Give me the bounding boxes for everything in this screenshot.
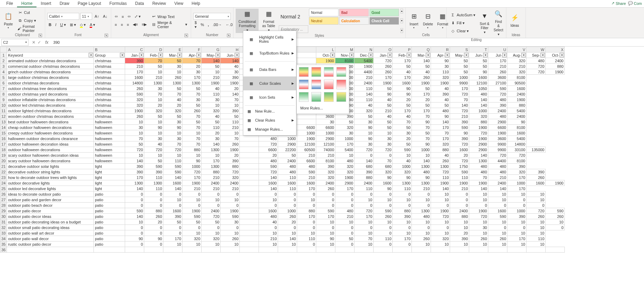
cell[interactable]: 0 <box>335 203 354 208</box>
cell[interactable]: 320 <box>507 69 527 75</box>
field-header[interactable]: Apr-18▾ <box>431 52 450 58</box>
cell[interactable]: 0 <box>125 191 144 197</box>
cell[interactable]: 140 <box>221 91 240 97</box>
cell[interactable]: 880 <box>354 175 374 180</box>
cell[interactable] <box>240 247 259 253</box>
cell[interactable]: christmas <box>94 69 125 75</box>
cell[interactable]: 20 <box>144 219 163 225</box>
cell[interactable]: 390 <box>125 164 144 169</box>
cell[interactable]: 170 <box>507 186 527 191</box>
cell[interactable]: 0 <box>163 225 182 230</box>
cell[interactable] <box>374 247 393 253</box>
cell[interactable]: decorative outdoor solar lights <box>7 164 94 169</box>
cell[interactable]: 210 <box>259 236 278 241</box>
col-header-Q[interactable]: Q <box>412 47 431 52</box>
cell[interactable]: halloween <box>94 136 125 141</box>
cell[interactable]: 260 <box>163 75 182 80</box>
cell[interactable]: 170 <box>412 108 431 114</box>
cell[interactable]: 0 <box>546 225 565 230</box>
cell[interactable]: 320 <box>202 108 221 114</box>
cell[interactable]: 50 <box>278 153 297 158</box>
cell[interactable]: outdoor led christmas decorations <box>7 103 94 108</box>
cell[interactable] <box>7 247 94 253</box>
cell[interactable]: outdoor lighted christmas decorations <box>7 108 94 114</box>
cell[interactable]: 140 <box>431 186 450 191</box>
clear-rules-item[interactable]: ▦Clear Rules▶ <box>243 116 296 125</box>
cell[interactable]: 110 <box>163 158 182 164</box>
col-header-A[interactable]: A <box>7 47 94 52</box>
cell[interactable]: 10 <box>335 153 354 158</box>
cell[interactable]: 170 <box>335 141 354 147</box>
cell[interactable]: 210 <box>202 75 221 80</box>
cell[interactable] <box>297 247 316 253</box>
cell[interactable]: 10 <box>125 153 144 158</box>
cell[interactable]: 140 <box>221 58 240 64</box>
cell[interactable]: 20 <box>450 153 469 158</box>
cell[interactable]: 40 <box>431 86 450 91</box>
field-header[interactable]: Mar-18▾ <box>412 52 431 58</box>
cell[interactable]: 1600 <box>125 75 144 80</box>
cell[interactable]: 0 <box>393 191 412 197</box>
cell[interactable]: 1900 <box>450 180 469 186</box>
cell[interactable]: 0 <box>125 225 144 230</box>
cell[interactable]: 20 <box>221 153 240 158</box>
cell[interactable]: 1900 <box>431 80 450 86</box>
cell[interactable]: 210 <box>182 186 202 191</box>
cell[interactable]: 0 <box>450 197 469 203</box>
cell[interactable]: 720 <box>125 147 144 153</box>
align-bottom-button[interactable]: ⬄ <box>126 14 132 19</box>
cell[interactable]: 10 <box>393 197 412 203</box>
filter-button[interactable]: ▾ <box>177 53 182 57</box>
cell[interactable]: 390 <box>125 58 144 64</box>
number-format-select[interactable]: General▾ <box>193 13 231 20</box>
cell[interactable]: 880 <box>393 208 412 214</box>
col-header-R[interactable]: R <box>431 47 450 52</box>
row-header-5[interactable]: 5 <box>0 75 7 80</box>
cell[interactable]: 10 <box>488 241 507 247</box>
cell[interactable]: 260 <box>182 108 202 114</box>
cell[interactable]: 90 <box>412 119 431 125</box>
comments-button[interactable]: 💬 Com <box>628 1 642 6</box>
cell[interactable]: 0 <box>316 191 335 197</box>
cell[interactable]: 720 <box>144 147 163 153</box>
cell[interactable]: 10 <box>354 219 374 225</box>
field-header[interactable]: Feb-18▾ <box>393 52 412 58</box>
cell[interactable]: 320 <box>393 169 412 175</box>
cell[interactable]: 0 <box>507 225 527 230</box>
cell[interactable]: 10 <box>374 130 393 136</box>
cell[interactable]: 10 <box>527 219 546 225</box>
cell[interactable]: 70 <box>182 136 202 141</box>
cell[interactable]: 210 <box>450 186 469 191</box>
cell[interactable]: 320 <box>125 103 144 108</box>
cell[interactable]: 140 <box>469 153 488 158</box>
cell[interactable]: 12100 <box>469 80 488 86</box>
cell[interactable]: 10 <box>202 103 221 108</box>
col-header-L[interactable]: L <box>316 47 335 52</box>
cell[interactable]: 720 <box>221 169 240 175</box>
cell[interactable]: 480 <box>431 108 450 114</box>
cell[interactable]: 90 <box>354 125 374 130</box>
field-header[interactable]: Oct-18▾ <box>546 52 565 58</box>
cell[interactable]: 390 <box>221 158 240 164</box>
cell[interactable]: 140 <box>469 186 488 191</box>
cell[interactable]: 10 <box>163 241 182 247</box>
cell[interactable]: christmas <box>94 108 125 114</box>
cell[interactable]: halloween <box>94 147 125 153</box>
cell[interactable]: 2900 <box>469 141 488 147</box>
cell[interactable]: 480 <box>469 169 488 175</box>
scale-rw[interactable] <box>336 80 346 89</box>
cell[interactable]: 50 <box>202 64 221 69</box>
cell[interactable]: 50 <box>182 103 202 108</box>
cell[interactable]: 9900 <box>488 141 507 147</box>
cell[interactable]: 5400 <box>354 58 374 64</box>
cell[interactable]: 110 <box>278 175 297 180</box>
cell[interactable]: light <box>94 164 125 169</box>
field-header[interactable]: Jun-17▾ <box>221 52 240 58</box>
cell[interactable]: 480 <box>335 208 354 214</box>
cell[interactable]: 590 <box>163 164 182 169</box>
cell[interactable]: 50 <box>469 58 488 64</box>
cell[interactable]: 1600 <box>507 130 527 136</box>
cell[interactable]: 1900 <box>469 208 488 214</box>
cell[interactable]: 2400 <box>450 208 469 214</box>
filter-button[interactable]: ▾ <box>196 53 201 57</box>
